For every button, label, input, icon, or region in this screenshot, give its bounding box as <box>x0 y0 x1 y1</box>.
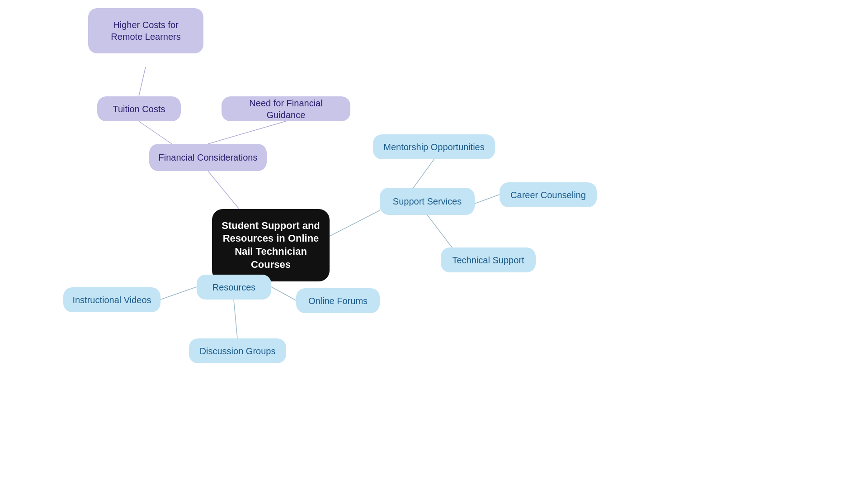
svg-line-4 <box>330 210 380 236</box>
svg-line-2 <box>139 67 146 96</box>
svg-line-3 <box>208 121 286 144</box>
svg-line-9 <box>160 287 197 300</box>
need-financial-guidance-node: Need for Financial Guidance <box>222 96 350 121</box>
svg-line-11 <box>234 300 237 338</box>
technical-support-node: Technical Support <box>441 247 536 272</box>
instructional-videos-node: Instructional Videos <box>63 287 160 312</box>
online-forums-node: Online Forums <box>296 288 380 313</box>
support-services-node: Support Services <box>380 188 475 215</box>
svg-line-10 <box>271 287 296 300</box>
svg-line-7 <box>427 215 452 247</box>
discussion-groups-node: Discussion Groups <box>189 338 286 363</box>
tuition-costs-node: Tuition Costs <box>97 96 181 121</box>
mentorship-opportunities-node: Mentorship Opportunities <box>373 134 495 159</box>
center-node: Student Support and Resources in Online … <box>212 209 330 281</box>
career-counseling-node: Career Counseling <box>500 182 597 207</box>
svg-line-6 <box>475 195 500 204</box>
financial-considerations-node: Financial Considerations <box>149 144 267 171</box>
svg-line-1 <box>139 121 172 144</box>
resources-node: Resources <box>197 275 271 300</box>
higher-costs-node: Higher Costs for Remote Learners <box>88 8 203 53</box>
svg-line-0 <box>208 171 239 209</box>
